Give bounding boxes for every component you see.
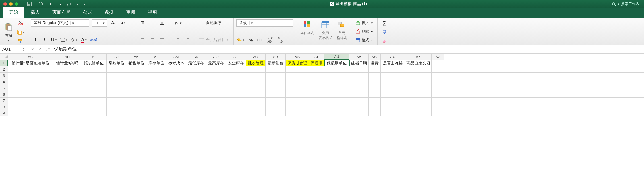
cell-AG8[interactable] [8,104,53,110]
cell-AU5[interactable] [324,85,349,91]
cell-AV3[interactable] [349,73,369,79]
cell-AW5[interactable] [369,85,381,91]
underline-button[interactable]: U▼ [50,36,58,44]
row-header-1[interactable]: 1 [0,60,8,66]
cell-AT8[interactable] [309,104,324,110]
cell-AO5[interactable] [206,85,226,91]
column-header-AP[interactable]: AP [226,54,246,60]
cell-AJ5[interactable] [107,85,126,91]
cell-AY7[interactable] [405,98,432,104]
cell-AL6[interactable] [146,91,166,97]
cell-AG5[interactable] [8,85,53,91]
cell-AJ9[interactable] [107,110,126,116]
cell-AP1[interactable]: 安全库存 [226,60,246,66]
cell-AW2[interactable] [369,66,381,72]
cell-AM2[interactable] [166,66,186,72]
cell-AZ5[interactable] [432,85,444,91]
column-header-AT[interactable]: AT [309,54,324,60]
font-color-button[interactable]: A▼ [80,36,88,44]
cell-AH8[interactable] [53,104,81,110]
cell-AG4[interactable] [8,79,53,85]
redo-button[interactable] [65,0,72,8]
cell-AM5[interactable] [166,85,186,91]
cell-AZ7[interactable] [432,98,444,104]
align-left-button[interactable] [139,36,146,44]
cell-AI6[interactable] [81,91,107,97]
cell-AT2[interactable] [309,66,324,72]
cell-AG2[interactable] [8,66,53,72]
name-box[interactable]: AU1 ▲▼ [0,47,27,52]
cell-AG1[interactable]: 辅计量4是否包装单位 [8,60,53,66]
cell-AV6[interactable] [349,91,369,97]
cell-AO2[interactable] [206,66,226,72]
cell-AN3[interactable] [186,73,206,79]
cell-AI7[interactable] [81,98,107,104]
cell-AX9[interactable] [381,110,405,116]
cell-AW3[interactable] [369,73,381,79]
cell-AW8[interactable] [369,104,381,110]
cell-AI4[interactable] [81,79,107,85]
fx-icon[interactable]: ƒx [46,47,50,52]
cell-AY9[interactable] [405,110,432,116]
cell-AU3[interactable] [324,73,349,79]
cell-AU7[interactable] [324,98,349,104]
cell-AH1[interactable]: 辅计量4条码 [53,60,81,66]
cell-AS2[interactable] [286,66,309,72]
cell-AN9[interactable] [186,110,206,116]
cell-AL1[interactable]: 库存单位 [146,60,166,66]
column-header-AL[interactable]: AL [146,54,166,60]
cell-AT7[interactable] [309,98,324,104]
cell-AH3[interactable] [53,73,81,79]
cell-AU6[interactable] [324,91,349,97]
cell-AN7[interactable] [186,98,206,104]
cell-AY3[interactable] [405,73,432,79]
cell-AM3[interactable] [166,73,186,79]
cell-AH2[interactable] [53,66,81,72]
cell-AU9[interactable] [324,110,349,116]
font-size-combo[interactable]: 11 ▾ [92,19,107,27]
align-bottom-button[interactable] [158,19,166,27]
cell-AG3[interactable] [8,73,53,79]
undo-button[interactable] [48,0,56,8]
cell-AZ3[interactable] [432,73,444,79]
cell-AW4[interactable] [369,79,381,85]
cell-AJ1[interactable]: 采购单位 [107,60,126,66]
cell-AX5[interactable] [381,85,405,91]
align-top-button[interactable] [139,19,146,27]
column-header-AM[interactable]: AM [166,54,186,60]
cell-AQ8[interactable] [246,104,266,110]
cell-AO9[interactable] [206,110,226,116]
cell-AI8[interactable] [81,104,107,110]
cell-AR9[interactable] [266,110,286,116]
decrease-font-button[interactable]: A▾ [119,19,127,27]
cell-styles-button[interactable]: 单元 格样式 [336,19,348,41]
cell-AY2[interactable] [405,66,432,72]
cell-AQ6[interactable] [246,91,266,97]
conditional-format-button[interactable]: 条件格式 [299,19,315,36]
border-button[interactable]: ▼ [60,36,68,44]
cell-AN6[interactable] [186,91,206,97]
cell-AP6[interactable] [226,91,246,97]
cell-AH6[interactable] [53,91,81,97]
cell-AZ4[interactable] [432,79,444,85]
cell-AR5[interactable] [266,85,286,91]
cell-AP8[interactable] [226,104,246,110]
column-header-AQ[interactable]: AQ [246,54,266,60]
cell-AK5[interactable] [126,85,146,91]
cell-AM8[interactable] [166,104,186,110]
cell-AG7[interactable] [8,98,53,104]
align-middle-button[interactable] [149,19,156,27]
name-box-stepper[interactable]: ▲▼ [22,47,25,51]
cell-AS3[interactable] [286,73,309,79]
row-header-2[interactable]: 2 [0,66,8,72]
cell-AV2[interactable] [349,66,369,72]
save-button[interactable] [26,0,33,8]
cell-AU4[interactable] [324,79,349,85]
accept-formula-button[interactable]: ✓ [38,47,42,52]
cell-AQ4[interactable] [246,79,266,85]
cancel-formula-button[interactable]: ✕ [31,47,34,52]
phonetic-button[interactable]: abcA [90,36,98,44]
column-header-AN[interactable]: AN [186,54,206,60]
cell-AJ7[interactable] [107,98,126,104]
align-center-button[interactable] [149,36,156,44]
